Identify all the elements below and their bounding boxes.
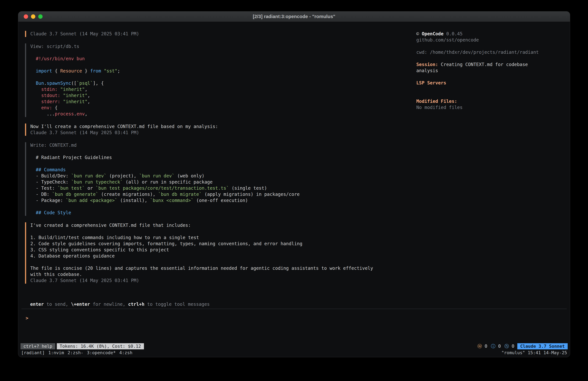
text-segment: The file is concise (20 lines) and captu…	[30, 266, 373, 271]
terminal-content: Claude 3.7 Sonnet (14 May 2025 03:41 PM)…	[18, 22, 570, 357]
text-segment: (single test)	[229, 185, 267, 191]
text-segment: (project),	[106, 173, 139, 179]
text-line	[30, 62, 416, 68]
tmux-window-4:zsh[interactable]: 4:zsh	[119, 350, 132, 356]
text-segment: ([	[71, 81, 77, 86]
text-segment: or	[85, 185, 96, 191]
help-chip[interactable]: ctrl+? help	[21, 343, 55, 349]
text-segment: #!/usr/bin/env bun	[30, 56, 85, 61]
text-line: Modified Files:	[416, 98, 564, 104]
text-line	[30, 228, 416, 235]
model-chip[interactable]: Claude 3.7 Sonnet	[517, 343, 568, 349]
text-segment: `psql`	[77, 81, 93, 86]
warning-count: ⓦ 0	[478, 343, 487, 349]
text-line: No modified files	[416, 104, 564, 111]
text-segment: `bun test`	[58, 185, 85, 191]
text-line	[30, 74, 416, 80]
text-line: Claude 3.7 Sonnet (14 May 2025 03:41 PM)	[30, 130, 416, 136]
text-segment: {	[52, 68, 60, 74]
text-line: - Package: `bun add <package>` (install)…	[30, 198, 416, 203]
text-segment: View: script/db.ts	[30, 44, 79, 49]
text-line: Claude 3.7 Sonnet (14 May 2025 03:41 PM)	[30, 31, 416, 37]
text-segment: LSP Servers	[416, 80, 446, 86]
text-line: Now I'll create a comprehensive CONTEXT.…	[30, 124, 416, 130]
text-segment: `bun run typecheck`	[71, 179, 123, 185]
text-line: stderr: "inherit",	[30, 99, 416, 105]
text-segment: .	[44, 81, 47, 86]
text-segment: Bun	[36, 81, 44, 86]
text-line	[416, 86, 564, 92]
close-button[interactable]	[24, 14, 28, 19]
text-segment: Creating CONTEXT.md for codebase	[438, 62, 528, 67]
text-segment: No modified files	[416, 105, 463, 110]
text-line: © OpenCode 0.0.45	[416, 31, 564, 37]
text-line: github.com/sst/opencode	[416, 37, 564, 43]
text-segment: 0.0.45	[443, 31, 463, 37]
text-line: Claude 3.7 Sonnet (14 May 2025 03:41 PM)	[30, 277, 416, 284]
chat-and-sidebar: Claude 3.7 Sonnet (14 May 2025 03:41 PM)…	[18, 22, 570, 301]
window-titlebar[interactable]: [2/3] radiant:3:opencode - "romulus"	[18, 11, 570, 22]
text-line	[416, 55, 564, 62]
text-line: View: script/db.ts	[30, 44, 416, 49]
text-segment	[60, 93, 63, 98]
text-segment: "sst"	[104, 68, 117, 74]
prompt-input[interactable]: >	[18, 309, 570, 343]
sidebar-lines: © OpenCode 0.0.45github.com/sst/opencode…	[416, 22, 570, 301]
text-segment: `bun run dev`	[71, 173, 106, 179]
text-segment: - DB:	[30, 192, 52, 197]
text-segment: Claude 3.7 Sonnet (14 May 2025 03:41 PM)	[30, 278, 139, 283]
text-segment: - Test:	[30, 185, 58, 191]
hint-count: ⓗ 0	[504, 343, 514, 349]
chat-block-tool-view: View: script/db.ts #!/usr/bin/env bun im…	[25, 44, 416, 117]
text-segment	[30, 93, 41, 98]
text-line: env: {	[30, 105, 416, 111]
text-segment: `bunx <command>`	[150, 198, 194, 203]
text-segment: Session:	[416, 62, 438, 67]
text-line: - TypeCheck: `bun run typecheck` (all) o…	[30, 179, 416, 185]
text-line: I've created a comprehensive CONTEXT.md …	[30, 222, 416, 228]
text-segment: Claude 3.7 Sonnet (14 May 2025 03:41 PM)	[30, 130, 139, 135]
text-segment: 1. Build/lint/test commands including ho…	[30, 235, 199, 240]
text-segment	[30, 99, 41, 104]
text-segment: {	[52, 105, 58, 111]
text-segment: # Radiant Project Guidelines	[30, 155, 112, 160]
text-segment: ,	[87, 93, 90, 98]
text-segment: env:	[41, 105, 52, 111]
text-line	[416, 43, 564, 49]
tmux-window-3:opencode*[interactable]: 3:opencode*	[87, 350, 116, 356]
text-segment: analysis	[416, 68, 438, 73]
text-segment: ;	[117, 68, 120, 74]
chat-blocks[interactable]: Claude 3.7 Sonnet (14 May 2025 03:41 PM)…	[18, 22, 416, 301]
text-line	[30, 161, 416, 167]
text-segment	[101, 68, 104, 74]
prompt-symbol: >	[26, 315, 28, 321]
text-line	[30, 203, 416, 210]
text-line: - Build/Dev: `bun run dev` (project), `b…	[30, 173, 416, 179]
text-segment: (install),	[117, 198, 150, 203]
text-segment: - Package:	[30, 198, 66, 203]
text-segment: for newline,	[90, 302, 128, 307]
text-line: Write: CONTEXT.md	[30, 142, 416, 148]
info-count-value: 0	[495, 343, 501, 349]
tmux-status-bar: [radiant] 1:nvim2:zsh-3:opencode*4:zsh "…	[18, 350, 570, 357]
zoom-button[interactable]	[38, 14, 42, 19]
text-line: # Radiant Project Guidelines	[30, 155, 416, 161]
text-segment	[60, 99, 63, 104]
text-segment: I've created a comprehensive CONTEXT.md …	[30, 223, 191, 228]
text-line: cwd: /home/thdxr/dev/projects/radiant/ra…	[416, 49, 564, 55]
text-segment: stderr:	[41, 99, 60, 104]
status-bar: ctrl+? help Tokens: 16.4K (8%), Cost: $0…	[18, 343, 570, 350]
text-line: - Test: `bun test` or `bun test packages…	[30, 185, 416, 191]
text-segment: }	[82, 68, 90, 74]
tmux-window-2:zsh-[interactable]: 2:zsh-	[68, 350, 84, 356]
text-segment: `bun db migrate`	[158, 192, 202, 197]
minimize-button[interactable]	[31, 14, 35, 19]
help-line: enter to send, \+enter for newline, ctrl…	[18, 301, 570, 307]
chat-block-tool-write: Write: CONTEXT.md # Radiant Project Guid…	[25, 142, 416, 216]
text-line: Bun.spawnSync([`psql`], {	[30, 80, 416, 86]
tmux-window-1:nvim[interactable]: 1:nvim	[48, 350, 64, 356]
text-segment: ## Commands	[30, 167, 66, 172]
text-line: 2. Code style guidelines covering import…	[30, 241, 416, 247]
text-segment: Claude 3.7 Sonnet (14 May 2025 03:41 PM)	[30, 31, 139, 37]
text-segment: ## Code Style	[30, 210, 71, 215]
